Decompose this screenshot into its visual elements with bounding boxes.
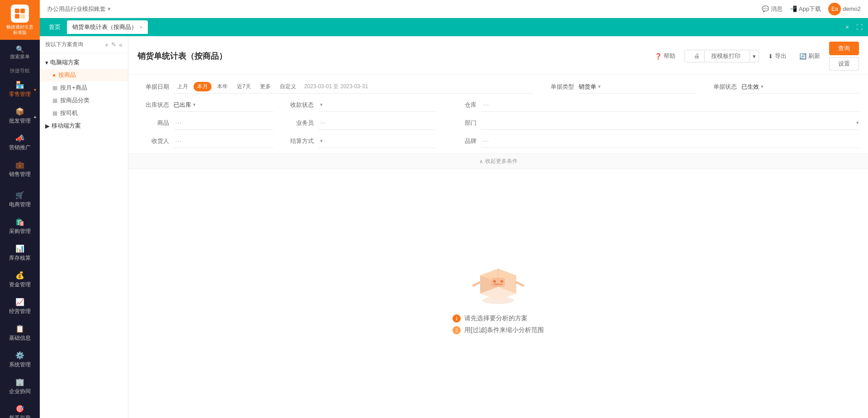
warehouse-dots[interactable]: ··· <box>483 101 489 109</box>
sidebar-item-enterprise[interactable]: 🏢 企业协同 <box>0 373 40 400</box>
sidebar-item-basic[interactable]: 📋 基础信息 <box>0 320 40 347</box>
sidebar-logo[interactable]: 畅捷通好生意标准版 <box>0 0 40 40</box>
doc-status-value: 已生效 <box>741 83 759 91</box>
newbie-icon: 🎯 <box>15 404 24 413</box>
doc-status-dropdown[interactable]: 已生效 ▾ <box>741 83 764 91</box>
out-status-value: 已出库 <box>174 101 191 109</box>
payment-dropdown[interactable]: ▾ <box>318 138 323 144</box>
main-area: 办公用品行业模拟账套 ▾ 💬 消息 📲 App下载 Ea demo2 首页 <box>40 0 868 418</box>
date-btn-7days[interactable]: 近7天 <box>233 82 255 91</box>
date-btn-this-year[interactable]: 本年 <box>213 82 231 91</box>
topbar-dropdown-arrow[interactable]: ▾ <box>108 5 111 12</box>
sidebar-item-newbie[interactable]: 🎯 新手引导 <box>0 400 40 418</box>
date-btn-more[interactable]: 更多 <box>256 82 274 91</box>
svg-rect-2 <box>15 14 19 19</box>
sidebar-nav-label-kuaijie[interactable]: 快捷导航 <box>0 64 40 76</box>
tab-sales-report[interactable]: 销货单统计表（按商品） × <box>67 20 148 34</box>
query-button[interactable]: 查询 <box>829 42 859 55</box>
doc-type-control: 销货单 ▾ <box>579 80 696 94</box>
doc-status-control: 已生效 ▾ <box>741 80 859 94</box>
tree-item-by-month-product[interactable]: ▦ 按月+商品 <box>40 81 128 94</box>
app-download-action[interactable]: 📲 App下载 <box>790 5 821 13</box>
product-dots[interactable]: ··· <box>175 119 181 127</box>
help-label: 帮助 <box>664 52 675 60</box>
receiver-label: 收货人 <box>137 137 174 145</box>
svg-rect-0 <box>15 9 19 13</box>
print-button[interactable]: 🖨 按模板打印 <box>685 50 750 62</box>
settings-button[interactable]: 设置 <box>829 57 859 71</box>
date-btn-last-month[interactable]: 上月 <box>174 82 192 91</box>
tab-close-button[interactable]: × <box>140 24 142 30</box>
doc-type-label: 单据类型 <box>542 83 579 91</box>
schema-panel-title: 按以下方案查询 <box>45 41 83 48</box>
window-close-button[interactable]: × <box>844 22 851 33</box>
tab-home-label: 首页 <box>49 23 61 31</box>
svg-line-14 <box>473 282 480 285</box>
tree-item-by-product[interactable]: ● 按商品 <box>40 69 128 81</box>
tree-group-mobile-header[interactable]: ▶ 移动端方案 <box>40 119 128 132</box>
collapse-bar[interactable]: ∧ 收起更多条件 <box>128 154 868 169</box>
tree-item-by-driver[interactable]: ▦ 按司机 <box>40 107 128 119</box>
warehouse-label: 仓库 <box>445 101 481 109</box>
sidebar-search[interactable]: 🔍 搜索菜单 <box>0 40 40 64</box>
date-btn-custom[interactable]: 自定义 <box>276 82 300 91</box>
sidebar-item-operations[interactable]: 📈 经营管理 <box>0 293 40 320</box>
filter-row-status: 出库状态 已出库 ▾ 收款状态 ▾ 仓库 <box>137 98 859 112</box>
window-maximize-button[interactable]: ⛶ <box>854 22 864 33</box>
salesman-dots[interactable]: ··· <box>320 119 326 127</box>
tab-home[interactable]: 首页 <box>43 20 66 34</box>
sidebar-item-purchase[interactable]: 🛍️ 采购管理 <box>0 213 40 240</box>
retail-icon: 🏪 <box>15 81 24 89</box>
user-profile[interactable]: Ea demo2 <box>828 3 861 15</box>
grid-icon-2: ▦ <box>52 97 57 104</box>
export-label: 导出 <box>775 52 787 60</box>
basic-icon: 📋 <box>15 324 24 333</box>
out-status-dropdown[interactable]: 已出库 ▾ <box>174 101 196 109</box>
schema-panel: 按以下方案查询 + ✎ « ▾ 电脑端方案 ● 按商品 <box>40 36 128 418</box>
date-btn-this-month[interactable]: 本月 <box>193 82 212 91</box>
avatar: Ea <box>828 3 841 15</box>
schema-collapse-button[interactable]: « <box>119 41 123 48</box>
doc-type-dropdown[interactable]: 销货单 ▾ <box>579 83 601 91</box>
refresh-button[interactable]: 🔄 刷新 <box>796 50 824 62</box>
svg-point-12 <box>500 280 503 283</box>
sidebar-item-finance-label: 资金管理 <box>9 281 31 289</box>
topbar-title: 办公用品行业模拟账套 ▾ <box>47 5 111 13</box>
salesman-control: ··· <box>318 116 436 130</box>
brand-dots[interactable]: ··· <box>483 137 489 145</box>
sidebar-item-marketing-label: 营销推广 <box>9 144 31 152</box>
marketing-icon: 📣 <box>15 134 24 142</box>
step-number-1: 1 <box>453 314 461 323</box>
svg-rect-13 <box>494 284 503 285</box>
sidebar-item-marketing[interactable]: 📣 营销推广 <box>0 129 40 156</box>
sidebar-item-purchase-label: 采购管理 <box>9 228 31 235</box>
dot-icon: ● <box>52 72 56 78</box>
receiver-dots[interactable]: ··· <box>175 137 181 145</box>
sidebar-item-wholesale[interactable]: 📦 批发管理 ▴ <box>0 103 40 129</box>
receipt-status-dropdown[interactable]: ▾ <box>318 102 323 108</box>
sidebar-item-finance[interactable]: 💰 资金管理 <box>0 266 40 293</box>
sidebar-item-ecommerce[interactable]: 🛒 电商管理 <box>0 186 40 213</box>
help-button[interactable]: ❓ 帮助 <box>651 50 679 62</box>
warehouse-control: ··· <box>481 98 859 112</box>
schema-edit-button[interactable]: ✎ <box>111 41 116 48</box>
message-action[interactable]: 💬 消息 <box>762 5 783 13</box>
filter-row-receiver: 收货人 ··· 结算方式 ▾ 品牌 ··· <box>137 134 859 148</box>
sidebar-item-retail[interactable]: 🏪 零售管理 ▾ <box>0 76 40 103</box>
sidebar-item-sales[interactable]: 💼 销售管理 <box>0 156 40 183</box>
brand-control: ··· <box>481 134 859 148</box>
export-button[interactable]: ⬇ 导出 <box>764 50 790 62</box>
tabbar: 首页 销货单统计表（按商品） × × ⛶ <box>40 18 868 36</box>
tree-item-by-category[interactable]: ▦ 按商品分类 <box>40 94 128 107</box>
chevron-up-icon: ▴ <box>34 114 36 119</box>
empty-text: 1 请先选择要分析的方案 2 用[过滤]条件来缩小分析范围 <box>453 314 544 334</box>
print-dropdown-button[interactable]: ▾ <box>750 51 759 62</box>
topbar: 办公用品行业模拟账套 ▾ 💬 消息 📲 App下载 Ea demo2 <box>40 0 868 18</box>
schema-add-button[interactable]: + <box>105 41 108 48</box>
tree-group-arrow-mobile: ▶ <box>45 123 50 129</box>
date-filter-control: 上月 本月 本年 近7天 更多 自定义 2023-03-01 至 2023-03… <box>174 80 533 94</box>
sidebar-item-inventory[interactable]: 📊 库存核算 <box>0 240 40 266</box>
tree-group-desktop-header[interactable]: ▾ 电脑端方案 <box>40 56 128 69</box>
sidebar-item-system[interactable]: ⚙️ 系统管理 <box>0 347 40 373</box>
tree-item-by-month-product-label: 按月+商品 <box>60 84 87 92</box>
